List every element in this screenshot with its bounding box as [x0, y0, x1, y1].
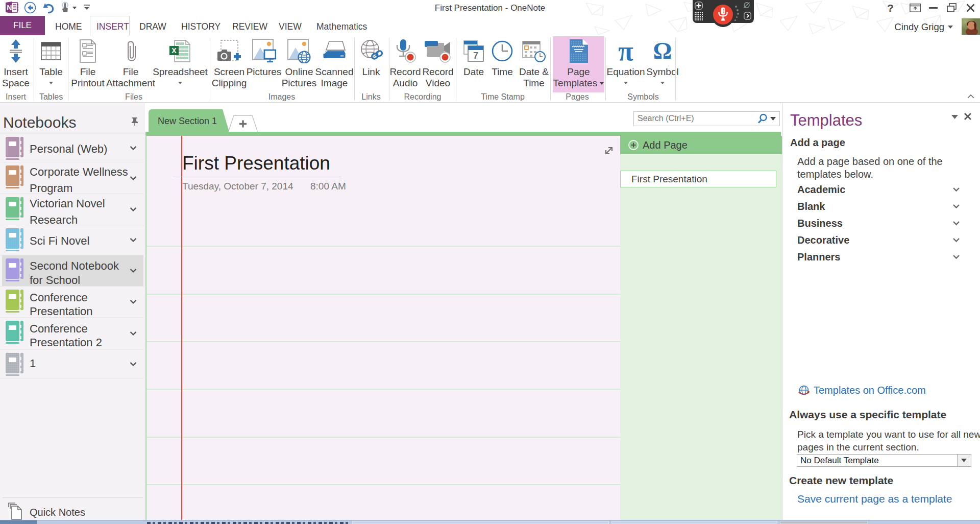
svg-text:7: 7: [473, 51, 478, 61]
svg-text:X: X: [172, 46, 177, 55]
svg-text:N: N: [7, 4, 12, 12]
